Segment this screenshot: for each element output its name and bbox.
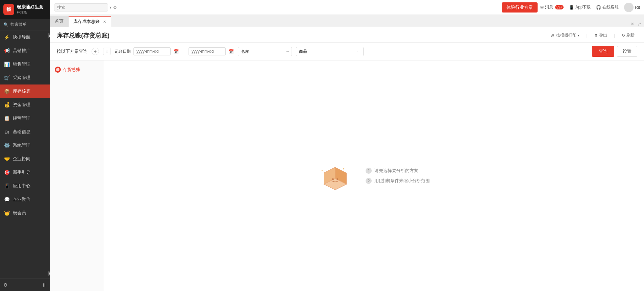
apps-icon: 📱 <box>3 183 10 189</box>
sidebar-item-marketing[interactable]: 📢 营销推广 <box>0 44 50 57</box>
empty-tips: 1 请先选择要分析的方案 2 用[过滤]条件来缩小分析范围 <box>366 168 429 184</box>
empty-tip-1: 1 请先选择要分析的方案 <box>366 168 429 174</box>
sidebar-item-sales[interactable]: 📊 销售管理 <box>0 57 50 71</box>
sidebar-item-apps[interactable]: 📱 应用中心 <box>0 179 50 193</box>
sidebar-item-label: 快捷导航 <box>13 34 30 40</box>
service-icon: 🎧 <box>596 5 601 10</box>
trial-btn[interactable]: 体验行业方案 <box>502 2 538 13</box>
topbar-search-input[interactable] <box>54 3 108 11</box>
goods-more-icon[interactable]: ··· <box>357 49 361 53</box>
online-service-btn[interactable]: 🎧 在线客服 <box>596 4 619 10</box>
tab-close-window-icon[interactable]: ✕ <box>630 21 635 27</box>
sidebar-item-label: 系统管理 <box>13 142 30 148</box>
print-chevron-icon[interactable]: ▾ <box>578 33 579 37</box>
sidebar-scrollbar-up[interactable]: ▲ <box>48 33 50 38</box>
app-version: 标准版 <box>17 10 43 15</box>
svg-point-6 <box>337 178 339 180</box>
filter-add-btn[interactable]: + <box>92 48 99 55</box>
goods-label: 商品 <box>299 49 307 54</box>
sidebar: 畅 畅康通好生意 标准版 🔍 搜索菜单 ⚡ 快捷导航 📢 营销推广 📊 销售管理 <box>0 0 50 291</box>
shortcut-icon: ⚡ <box>3 34 10 41</box>
main-area: ▾ ⚙ 体验行业方案 ✉ 消息 99+ 📱 App下载 🎧 在线客服 Rit <box>50 0 644 291</box>
sales-icon: 📊 <box>3 61 10 68</box>
svg-point-5 <box>332 178 334 180</box>
filter-bar: 按以下方案查询 + « 记账日期 📅 — 📅 仓库 ··· 商品 ··· 查询 <box>50 43 644 60</box>
date-start-calendar-icon[interactable]: 📅 <box>173 49 179 54</box>
sidebar-item-purchase[interactable]: 🛒 采购管理 <box>0 71 50 84</box>
content-body: 存货总账 <box>50 60 644 291</box>
tab-close-icon[interactable]: ✕ <box>103 20 106 24</box>
sidebar-item-finance[interactable]: 💰 资金管理 <box>0 98 50 112</box>
online-service-label: 在线客服 <box>602 4 619 10</box>
app-logo-text: 畅康通好生意 标准版 <box>17 4 43 15</box>
goods-filter[interactable]: 商品 ··· <box>296 47 364 56</box>
export-btn[interactable]: ⬆ 导出 <box>592 31 610 40</box>
sidebar-item-system[interactable]: ⚙️ 系统管理 <box>0 139 50 152</box>
inventory-ledger-icon <box>55 67 61 73</box>
date-end-calendar-icon[interactable]: 📅 <box>228 49 234 54</box>
sidebar-item-operations[interactable]: 📋 经营管理 <box>0 112 50 125</box>
settings-btn[interactable]: 设置 <box>617 46 637 57</box>
operations-icon: 📋 <box>3 115 10 122</box>
refresh-label: 刷新 <box>626 32 635 38</box>
newbie-icon: 🎯 <box>3 169 10 176</box>
tip-text-1: 请先选择要分析的方案 <box>374 168 418 174</box>
inventory-icon: 📦 <box>3 88 10 95</box>
basic-icon: 🗂 <box>3 128 10 135</box>
query-btn[interactable]: 查询 <box>592 46 614 57</box>
topbar-settings-icon[interactable]: ⚙ <box>113 5 117 10</box>
export-icon: ⬆ <box>594 33 598 38</box>
message-btn[interactable]: ✉ 消息 99+ <box>540 4 564 10</box>
message-label: 消息 <box>545 4 553 10</box>
sidebar-item-shortcut[interactable]: ⚡ 快捷导航 <box>0 30 50 44</box>
svg-point-0 <box>56 68 59 71</box>
user-avatar-area[interactable]: Rit <box>624 3 640 12</box>
topbar-right: ✉ 消息 99+ 📱 App下载 🎧 在线客服 Rit <box>540 3 640 12</box>
sidebar-footer: ⚙ ⏸ <box>0 278 50 291</box>
sidebar-item-newbie[interactable]: 🎯 新手引导 <box>0 166 50 179</box>
sidebar-nav: ⚡ 快捷导航 📢 营销推广 📊 销售管理 🛒 采购管理 📦 库存核算 💰 <box>0 30 50 278</box>
print-label: 按模板打印 <box>556 32 576 38</box>
finance-icon: 💰 <box>3 101 10 108</box>
settings-icon[interactable]: ⚙ <box>3 282 8 288</box>
date-start-input[interactable] <box>133 47 171 55</box>
cooperation-icon: 🤝 <box>3 155 10 162</box>
svg-text:✦: ✦ <box>342 167 345 171</box>
refresh-icon: ↻ <box>622 33 625 38</box>
sidebar-item-inventory[interactable]: 📦 库存核算 <box>0 84 50 98</box>
app-logo-icon: 畅 <box>3 4 14 15</box>
sidebar-search[interactable]: 🔍 搜索菜单 <box>0 19 50 30</box>
sidebar-item-wechat[interactable]: 💬 企业微信 <box>0 193 50 206</box>
tab-resize-icon[interactable]: ⤢ <box>637 21 641 27</box>
refresh-btn[interactable]: ↻ 刷新 <box>619 31 637 40</box>
tab-home-label: 首页 <box>55 18 64 24</box>
app-download-label: App下载 <box>575 4 591 10</box>
sidebar-item-cooperation[interactable]: 🤝 企业协同 <box>0 152 50 166</box>
tab-home[interactable]: 首页 <box>50 16 69 27</box>
filter-actions: 查询 设置 <box>592 46 637 57</box>
warehouse-filter[interactable]: 仓库 ··· <box>238 47 292 56</box>
date-dash: — <box>181 49 186 54</box>
warehouse-more-icon[interactable]: ··· <box>286 49 289 53</box>
app-download-btn[interactable]: 📱 App下载 <box>569 4 591 10</box>
page-title: 库存总账(存货总账) <box>57 31 109 40</box>
filter-collapse-btn[interactable]: « <box>103 48 110 55</box>
sidebar-item-label: 企业微信 <box>13 196 30 202</box>
svg-text:✦: ✦ <box>321 169 324 172</box>
tab-inventory-cost[interactable]: 库存成本总账 ✕ <box>69 16 111 27</box>
sidebar-item-label: 营销推广 <box>13 48 30 54</box>
sidebar-item-basic[interactable]: 🗂 基础信息 <box>0 125 50 139</box>
svg-text:·: · <box>344 175 344 177</box>
page-header: 库存总账(存货总账) 🖨 按模板打印 ▾ | ⬆ 导出 | ↻ 刷新 <box>50 27 644 43</box>
sidebar-item-label: 资金管理 <box>13 102 30 108</box>
collapse-icon[interactable]: ⏸ <box>42 282 47 288</box>
topbar-chevron-icon[interactable]: ▾ <box>109 5 112 10</box>
tip-text-2: 用[过滤]条件来缩小分析范围 <box>374 178 429 184</box>
side-filter-item-label: 存货总账 <box>63 67 80 73</box>
sidebar-scrollbar-down[interactable]: ▼ <box>48 271 50 276</box>
date-end-input[interactable] <box>189 47 226 55</box>
sidebar-item-vip[interactable]: 👑 畅会员 <box>0 206 50 220</box>
print-btn[interactable]: 🖨 按模板打印 ▾ <box>548 31 582 40</box>
date-filter-section: 记账日期 📅 — 📅 <box>115 47 234 55</box>
side-filter-item-inventory-ledger[interactable]: 存货总账 <box>50 64 104 75</box>
